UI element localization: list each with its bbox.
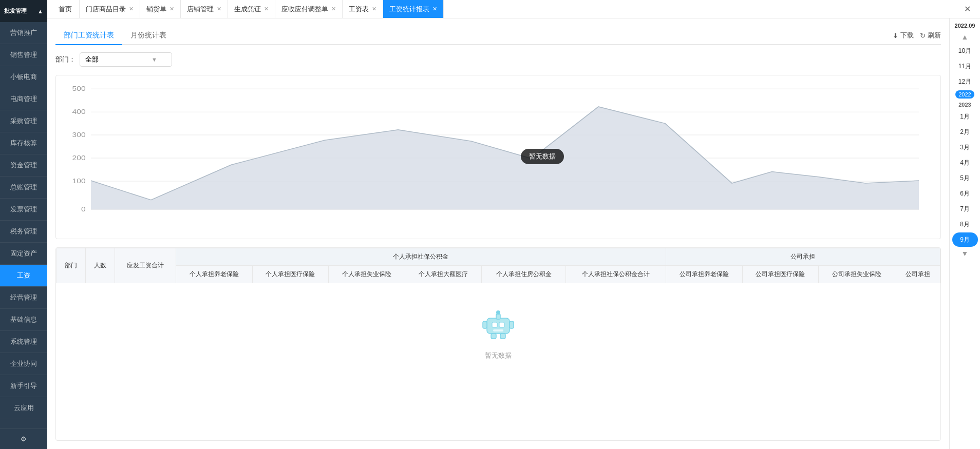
sub-tabs: 部门工资统计表 月份统计表 bbox=[55, 27, 175, 44]
tab-close-sales-order[interactable]: ✕ bbox=[169, 6, 174, 12]
th-company-medical: 公司承担医疗保险 bbox=[742, 266, 819, 283]
th-company-other: 公司承担 bbox=[895, 266, 940, 283]
cal-next-btn[interactable]: ▼ bbox=[959, 247, 971, 260]
tab-ar-ap[interactable]: 应收应付调整单 ✕ bbox=[275, 0, 343, 18]
svg-point-18 bbox=[496, 310, 500, 315]
sidebar: 批发管理 ▲ 营销推广 销售管理 小畅电商 电商管理 采购管理 库存核算 资金管… bbox=[0, 0, 47, 449]
svg-rect-22 bbox=[500, 334, 505, 339]
sidebar-item-corp[interactable]: 企业协同 bbox=[0, 353, 47, 375]
gear-icon: ⚙ bbox=[21, 435, 27, 443]
sidebar-item-ecomm-mgmt[interactable]: 电商管理 bbox=[0, 88, 47, 110]
tab-close-payroll[interactable]: ✕ bbox=[372, 6, 376, 12]
th-company-unemployment: 公司承担失业保险 bbox=[819, 266, 895, 283]
sidebar-item-purchase[interactable]: 采购管理 bbox=[0, 110, 47, 132]
payroll-table: 部门 人数 应发工资合计 个人承担社保公积金 公司承担 个人承担养老保险 个人承… bbox=[56, 248, 940, 381]
empty-text: 暂无数据 bbox=[485, 351, 512, 360]
svg-rect-20 bbox=[510, 321, 514, 328]
cal-year-2023-header: 2023 bbox=[958, 100, 971, 109]
page-content: 部门工资统计表 月份统计表 ⬇ 下载 ↻ 刷新 bbox=[47, 18, 980, 449]
cal-2023-08[interactable]: 8月 bbox=[952, 217, 978, 231]
th-personal-housing: 个人承担住房公积金 bbox=[482, 266, 566, 283]
sidebar-item-invoice[interactable]: 发票管理 bbox=[0, 199, 47, 221]
svg-text:100: 100 bbox=[72, 178, 86, 185]
tab-home[interactable]: 首页 bbox=[51, 0, 80, 18]
tab-close-store-catalog[interactable]: ✕ bbox=[129, 6, 134, 12]
sub-tab-dept[interactable]: 部门工资统计表 bbox=[55, 27, 122, 45]
chart-no-data-tooltip: 暂无数据 bbox=[521, 149, 564, 164]
sidebar-item-marketing[interactable]: 营销推广 bbox=[0, 22, 47, 44]
sidebar-item-finance[interactable]: 资金管理 bbox=[0, 154, 47, 177]
sidebar-item-payroll[interactable]: 工资 bbox=[0, 265, 47, 287]
th-personal-group: 个人承担社保公积金 bbox=[176, 248, 666, 266]
sub-tab-month[interactable]: 月份统计表 bbox=[122, 27, 175, 45]
sidebar-item-cloud[interactable]: 云应用 bbox=[0, 397, 47, 419]
sidebar-header[interactable]: 批发管理 ▲ bbox=[0, 0, 47, 22]
cal-2022-10[interactable]: 10月 bbox=[952, 44, 978, 58]
close-all-tabs-btn[interactable]: ✕ bbox=[959, 4, 976, 14]
sidebar-item-operations[interactable]: 经营管理 bbox=[0, 287, 47, 309]
svg-rect-14 bbox=[492, 322, 497, 327]
tab-close-cert[interactable]: ✕ bbox=[264, 6, 269, 12]
cal-2023-03[interactable]: 3月 bbox=[952, 140, 978, 154]
tab-close-ar-ap[interactable]: ✕ bbox=[331, 6, 336, 12]
cal-year-2022-marker[interactable]: 2022 bbox=[955, 90, 974, 99]
empty-state: 暂无数据 bbox=[56, 283, 940, 381]
dept-select[interactable]: 全部 ▼ bbox=[80, 52, 172, 67]
tab-close-payroll-report[interactable]: ✕ bbox=[432, 6, 437, 12]
svg-text:200: 200 bbox=[72, 154, 86, 162]
download-icon: ⬇ bbox=[893, 32, 898, 40]
th-personal-major-medical: 个人承担大额医疗 bbox=[405, 266, 482, 283]
sidebar-item-guide[interactable]: 新手引导 bbox=[0, 375, 47, 397]
sidebar-item-sales[interactable]: 销售管理 bbox=[0, 44, 47, 66]
empty-row: 暂无数据 bbox=[56, 283, 940, 381]
filter-row: 部门： 全部 ▼ bbox=[55, 52, 941, 67]
download-btn[interactable]: ⬇ 下载 bbox=[893, 31, 914, 40]
dept-select-value: 全部 bbox=[85, 55, 99, 64]
tab-sales-order[interactable]: 销货单 ✕ bbox=[140, 0, 181, 18]
cal-2023-07[interactable]: 7月 bbox=[952, 202, 978, 216]
svg-text:400: 400 bbox=[72, 108, 86, 115]
th-personal-unemployment: 个人承担失业保险 bbox=[329, 266, 405, 283]
tab-store-mgmt[interactable]: 店铺管理 ✕ bbox=[181, 0, 228, 18]
cal-prev-btn[interactable]: ▲ bbox=[959, 31, 971, 43]
th-personal-pension: 个人承担养老保险 bbox=[176, 266, 252, 283]
cal-2023-months: 2023 1月 2月 3月 4月 5月 6月 bbox=[950, 100, 980, 247]
th-personal-total: 个人承担社保公积金合计 bbox=[566, 266, 666, 283]
data-table-container: 部门 人数 应发工资合计 个人承担社保公积金 公司承担 个人承担养老保险 个人承… bbox=[55, 247, 941, 441]
cal-2023-01[interactable]: 1月 bbox=[952, 109, 978, 124]
cal-year-2022-label: 2022.09 bbox=[955, 23, 975, 29]
chevron-down-icon: ▼ bbox=[152, 56, 157, 63]
refresh-btn[interactable]: ↻ 刷新 bbox=[920, 31, 941, 40]
empty-robot-icon bbox=[478, 304, 519, 345]
cal-2022-12[interactable]: 12月 bbox=[952, 74, 978, 89]
cal-2023-09[interactable]: 9月 bbox=[952, 232, 978, 247]
dept-filter-label: 部门： bbox=[55, 55, 76, 64]
cal-2023-06[interactable]: 6月 bbox=[952, 186, 978, 201]
tab-payroll[interactable]: 工资表 ✕ bbox=[343, 0, 383, 18]
sidebar-item-tax[interactable]: 税务管理 bbox=[0, 221, 47, 243]
tab-cert[interactable]: 生成凭证 ✕ bbox=[228, 0, 275, 18]
tab-close-store-mgmt[interactable]: ✕ bbox=[217, 6, 221, 12]
th-company-group: 公司承担 bbox=[666, 248, 940, 266]
th-count: 人数 bbox=[86, 248, 115, 283]
sidebar-item-basic[interactable]: 基础信息 bbox=[0, 309, 47, 331]
tab-store-catalog[interactable]: 门店商品目录 ✕ bbox=[80, 0, 140, 18]
th-total-wage: 应发工资合计 bbox=[115, 248, 176, 283]
svg-rect-16 bbox=[493, 329, 503, 331]
sidebar-item-inventory[interactable]: 库存核算 bbox=[0, 132, 47, 154]
tabbar: 首页 门店商品目录 ✕ 销货单 ✕ 店铺管理 ✕ 生成凭证 ✕ 应收应付调整单 … bbox=[47, 0, 980, 18]
sidebar-item-ledger[interactable]: 总账管理 bbox=[0, 177, 47, 199]
sidebar-settings-btn[interactable]: ⚙ bbox=[0, 428, 47, 449]
tab-payroll-report[interactable]: 工资统计报表 ✕ bbox=[383, 0, 444, 18]
cal-2022-11[interactable]: 11月 bbox=[952, 59, 978, 73]
svg-rect-21 bbox=[491, 334, 496, 339]
content-area: 部门工资统计表 月份统计表 ⬇ 下载 ↻ 刷新 bbox=[47, 18, 949, 449]
sidebar-item-system[interactable]: 系统管理 bbox=[0, 331, 47, 353]
cal-2023-05[interactable]: 5月 bbox=[952, 171, 978, 185]
svg-rect-15 bbox=[499, 322, 504, 327]
cal-2023-04[interactable]: 4月 bbox=[952, 155, 978, 170]
cal-2023-02[interactable]: 2月 bbox=[952, 125, 978, 139]
sidebar-item-ecomm-small[interactable]: 小畅电商 bbox=[0, 66, 47, 88]
calendar-panel: 2022.09 ▲ 10月 11月 12月 2022 2023 1月 bbox=[949, 18, 980, 449]
sidebar-item-assets[interactable]: 固定资产 bbox=[0, 243, 47, 265]
